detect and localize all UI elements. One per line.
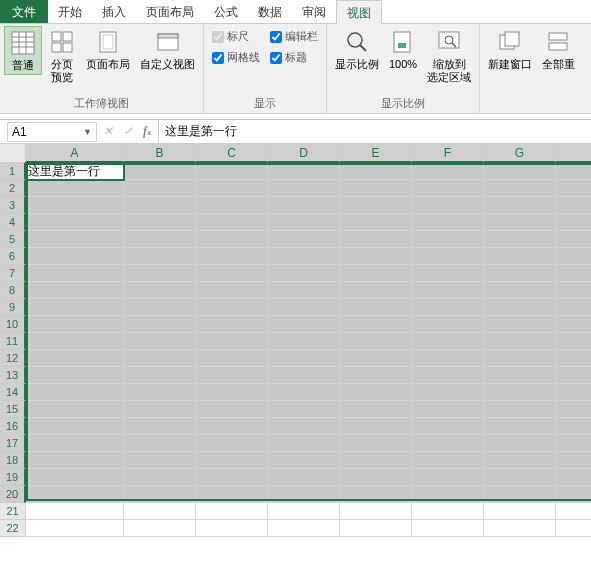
cell[interactable] <box>556 197 591 214</box>
cell[interactable] <box>26 231 124 248</box>
cell[interactable] <box>124 197 196 214</box>
cell[interactable] <box>340 248 412 265</box>
cell[interactable] <box>124 503 196 520</box>
cell[interactable] <box>124 299 196 316</box>
cell[interactable] <box>26 367 124 384</box>
cell[interactable] <box>412 435 484 452</box>
cell[interactable] <box>340 231 412 248</box>
cell[interactable] <box>412 367 484 384</box>
zoom-100-button[interactable]: 100% <box>385 26 421 73</box>
menu-formulas[interactable]: 公式 <box>204 0 248 23</box>
row-header-10[interactable]: 10 <box>0 316 26 333</box>
arrange-all-button[interactable]: 全部重 <box>538 26 579 73</box>
fx-icon[interactable]: fx <box>143 124 152 139</box>
cell[interactable] <box>268 418 340 435</box>
cell[interactable] <box>196 469 268 486</box>
cell[interactable] <box>412 418 484 435</box>
cell[interactable] <box>484 469 556 486</box>
cell[interactable] <box>412 163 484 180</box>
cell[interactable] <box>196 248 268 265</box>
cell[interactable] <box>412 469 484 486</box>
cell[interactable] <box>268 401 340 418</box>
cancel-icon[interactable]: ✕ <box>103 124 113 139</box>
zoom-selection-button[interactable]: 缩放到 选定区域 <box>423 26 475 86</box>
row-header-21[interactable]: 21 <box>0 503 26 520</box>
col-header-B[interactable]: B <box>124 144 196 163</box>
cell[interactable] <box>124 520 196 537</box>
cell[interactable] <box>340 452 412 469</box>
menu-file[interactable]: 文件 <box>0 0 48 23</box>
row-header-1[interactable]: 1 <box>0 163 26 180</box>
row-header-14[interactable]: 14 <box>0 384 26 401</box>
cell[interactable] <box>484 180 556 197</box>
cell[interactable] <box>556 316 591 333</box>
cell[interactable] <box>268 452 340 469</box>
cell[interactable] <box>412 197 484 214</box>
cell[interactable] <box>196 452 268 469</box>
cell[interactable] <box>26 316 124 333</box>
row-header-4[interactable]: 4 <box>0 214 26 231</box>
cell[interactable] <box>196 231 268 248</box>
cell[interactable] <box>196 316 268 333</box>
cell[interactable] <box>124 384 196 401</box>
menu-data[interactable]: 数据 <box>248 0 292 23</box>
formula-bar-checkbox[interactable]: 编辑栏 <box>266 26 322 47</box>
cell[interactable] <box>268 265 340 282</box>
cell[interactable] <box>124 248 196 265</box>
gridlines-checkbox[interactable]: 网格线 <box>208 47 264 68</box>
cell[interactable] <box>412 231 484 248</box>
cell[interactable] <box>484 435 556 452</box>
cell[interactable] <box>124 265 196 282</box>
cell[interactable] <box>340 520 412 537</box>
row-header-17[interactable]: 17 <box>0 435 26 452</box>
cell[interactable] <box>556 520 591 537</box>
cell[interactable] <box>124 316 196 333</box>
row-header-16[interactable]: 16 <box>0 418 26 435</box>
cell[interactable] <box>26 418 124 435</box>
row-header-22[interactable]: 22 <box>0 520 26 537</box>
cell[interactable] <box>556 435 591 452</box>
headings-checkbox[interactable]: 标题 <box>266 47 322 68</box>
cell[interactable] <box>340 163 412 180</box>
ruler-checkbox[interactable]: 标尺 <box>208 26 264 47</box>
cell[interactable] <box>412 180 484 197</box>
cell[interactable] <box>26 333 124 350</box>
cell[interactable] <box>196 163 268 180</box>
cell[interactable] <box>340 384 412 401</box>
cell[interactable] <box>196 520 268 537</box>
menu-home[interactable]: 开始 <box>48 0 92 23</box>
cell[interactable] <box>556 401 591 418</box>
cell[interactable] <box>196 299 268 316</box>
cell[interactable] <box>484 299 556 316</box>
cell[interactable] <box>340 401 412 418</box>
cell[interactable] <box>268 180 340 197</box>
cell[interactable] <box>268 435 340 452</box>
cell[interactable] <box>196 197 268 214</box>
cell[interactable] <box>124 333 196 350</box>
cell[interactable] <box>196 180 268 197</box>
cell[interactable] <box>26 435 124 452</box>
cell[interactable] <box>26 486 124 503</box>
new-window-button[interactable]: 新建窗口 <box>484 26 536 73</box>
cell[interactable] <box>124 418 196 435</box>
cell[interactable] <box>268 197 340 214</box>
cell[interactable] <box>484 452 556 469</box>
cell[interactable] <box>196 367 268 384</box>
cell[interactable] <box>556 231 591 248</box>
cell[interactable] <box>484 316 556 333</box>
cell[interactable] <box>268 231 340 248</box>
col-header-A[interactable]: A <box>26 144 124 163</box>
cell[interactable] <box>556 418 591 435</box>
row-header-13[interactable]: 13 <box>0 367 26 384</box>
row-header-6[interactable]: 6 <box>0 248 26 265</box>
cell[interactable] <box>26 503 124 520</box>
cell[interactable] <box>196 503 268 520</box>
menu-layout[interactable]: 页面布局 <box>136 0 204 23</box>
cell[interactable] <box>124 231 196 248</box>
cell[interactable] <box>124 282 196 299</box>
cell[interactable] <box>484 163 556 180</box>
cell[interactable] <box>556 350 591 367</box>
cell[interactable] <box>124 401 196 418</box>
row-header-12[interactable]: 12 <box>0 350 26 367</box>
cell[interactable] <box>412 401 484 418</box>
